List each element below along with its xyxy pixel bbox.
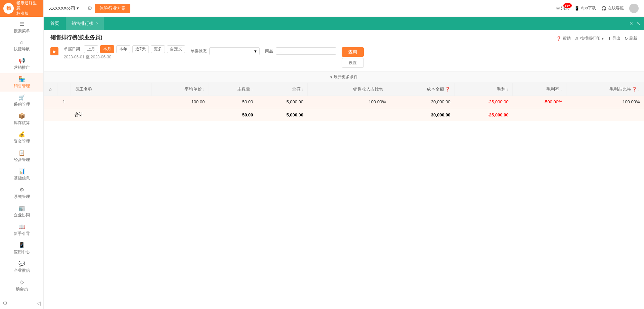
settings-button[interactable]: 设置 (342, 58, 364, 68)
date-btn-this-month[interactable]: 本月 (100, 45, 114, 53)
query-button[interactable]: 查询 (342, 47, 364, 57)
date-btn-custom[interactable]: 自定义 (167, 45, 185, 53)
sidebar-item-basic[interactable]: 📊 基础信息 (0, 165, 43, 184)
sidebar-footer: ⚙ ◁ (0, 297, 43, 309)
refresh-button[interactable]: ↻ 刷新 (625, 36, 637, 41)
tab-maximize-icon[interactable]: ⤡ (637, 21, 641, 26)
cell-gross-rate: -500.00% (513, 96, 566, 108)
col-cost: 成本全额 ❓ (390, 83, 455, 96)
printer-icon: 🖨 (575, 36, 579, 41)
sidebar-item-operation[interactable]: 📋 经营管理 (0, 147, 43, 165)
col-star: ☆ (44, 83, 57, 96)
print-button[interactable]: 🖨 按模板打印 ▾ (575, 36, 604, 41)
cell-index: 1 (57, 96, 71, 108)
cell-sales-pct: 100.00% (307, 96, 390, 108)
col-name: 员工名称 (71, 83, 152, 96)
marketing-icon: 📢 (18, 57, 25, 64)
refresh-icon: ↻ (625, 36, 628, 41)
sidebar-item-finance[interactable]: 💰 资金管理 (0, 128, 43, 147)
cell-qty: 50.00 (209, 96, 257, 108)
avatar[interactable] (629, 4, 639, 13)
col-gross-pct[interactable]: 毛利占比% ❓ (566, 83, 644, 96)
company-name: XXXXXX公司 (49, 5, 75, 11)
cell-name (71, 96, 152, 108)
expand-filters-button[interactable]: ▾ 展开更多条件 (330, 74, 358, 80)
operation-icon: 📋 (18, 150, 25, 156)
filter-collapse-button[interactable]: ▶ (50, 47, 58, 55)
sidebar-item-apps[interactable]: 📱 应用中心 (0, 239, 43, 258)
tab-home[interactable]: 首页 (44, 17, 66, 30)
col-amount[interactable]: 全额 (257, 83, 307, 96)
apps-icon: 📱 (18, 242, 25, 248)
tab-close-button[interactable]: × (96, 21, 98, 26)
sidebar: 畅 畅康通好生意 标准版 ☰ 搜索菜单 ⌂ 快捷导航 📢 营销推广 🏪 销售管理… (0, 0, 44, 309)
cost-help-icon[interactable]: ❓ (445, 87, 450, 92)
sidebar-item-system[interactable]: ⚙ 系统管理 (0, 184, 43, 202)
date-range-display: 2023-06-01 至 2023-06-30 (64, 54, 185, 60)
online-service-button[interactable]: 🎧 在线客服 (601, 5, 624, 11)
sidebar-item-wechat[interactable]: 💬 企业微信 (0, 258, 43, 276)
tab-sales-ranking[interactable]: 销售排行榜 × (66, 17, 104, 30)
sidebar-item-inventory[interactable]: 📦 库存核算 (0, 110, 43, 128)
system-icon: ⚙ (19, 187, 24, 193)
trial-button[interactable]: 体验行业方案 (95, 4, 130, 13)
col-index (57, 83, 71, 96)
main-area: XXXXXX公司 ▾ ⚙ 体验行业方案 ✉ 消息 99+ 📱 App下载 🎧 在… (44, 0, 644, 309)
footer-avg-price (152, 108, 209, 121)
home-icon: ⌂ (20, 39, 24, 45)
finance-icon: 💰 (18, 131, 25, 138)
page-title: 销售排行榜(按业务员) (50, 34, 102, 41)
goods-filter-label: 商品 (265, 48, 273, 54)
topbar: XXXXXX公司 ▾ ⚙ 体验行业方案 ✉ 消息 99+ 📱 App下载 🎧 在… (44, 0, 644, 17)
sidebar-item-quicknav[interactable]: ⌂ 快捷导航 (0, 37, 43, 55)
sidebar-item-sales[interactable]: 🏪 销售管理 (0, 73, 43, 92)
sidebar-item-enterprise[interactable]: 🏢 企业协同 (0, 202, 43, 221)
sidebar-item-member[interactable]: ◇ 畅会员 (0, 276, 43, 295)
export-button[interactable]: ⬇ 导出 (608, 36, 620, 41)
date-btn-this-year[interactable]: 本年 (116, 45, 130, 53)
goods-input[interactable]: ... (276, 47, 336, 55)
company-selector[interactable]: XXXXXX公司 ▾ (49, 5, 79, 11)
wechat-icon: 💬 (18, 260, 25, 267)
tab-close-window-icon[interactable]: ✕ (629, 21, 633, 26)
status-select[interactable]: ▾ (209, 47, 260, 55)
col-gross[interactable]: 毛利 (455, 83, 513, 96)
sidebar-item-marketing[interactable]: 📢 营销推广 (0, 55, 43, 73)
ranking-table: ☆ 员工名称 平均单价 主数量 全额 销售收入占比% 成本全额 ❓ 毛利 毛利率… (44, 83, 644, 121)
date-btn-7days[interactable]: 近7天 (132, 45, 149, 53)
date-filter-label: 单据日期 (64, 46, 80, 52)
settings-icon[interactable]: ⚙ (87, 5, 92, 11)
footer-cost: 30,000.00 (390, 108, 455, 121)
table-container: ☆ 员工名称 平均单价 主数量 全额 销售收入占比% 成本全额 ❓ 毛利 毛利率… (44, 83, 644, 309)
question-icon: ❓ (556, 36, 561, 41)
col-qty[interactable]: 主数量 (209, 83, 257, 96)
date-btn-more[interactable]: 更多 (151, 45, 165, 53)
basic-icon: 📊 (18, 168, 25, 174)
footer-star (44, 108, 57, 121)
sidebar-settings-button[interactable]: ⚙ (3, 300, 7, 306)
footer-gross-rate (513, 108, 566, 121)
sidebar-item-guide[interactable]: 📖 新手引导 (0, 221, 43, 239)
status-chevron-icon: ▾ (254, 49, 257, 54)
message-button[interactable]: ✉ 消息 99+ (556, 5, 569, 11)
footer-amount: 5,000.00 (257, 108, 307, 121)
col-gross-rate[interactable]: 毛利率 (513, 83, 566, 96)
topbar-separator (83, 5, 83, 12)
sidebar-item-purchase[interactable]: 🛒 采购管理 (0, 92, 43, 110)
help-button[interactable]: ❓ 帮助 (556, 36, 571, 41)
message-icon: ✉ (556, 6, 560, 11)
gross-pct-help-icon[interactable]: ❓ (632, 87, 637, 92)
export-icon: ⬇ (608, 36, 611, 41)
print-chevron-icon: ▾ (602, 36, 604, 41)
content: 销售排行榜(按业务员) ❓ 帮助 🖨 按模板打印 ▾ ⬇ 导出 (44, 30, 644, 309)
date-options: 上月 本月 本年 近7天 更多 自定义 (84, 45, 185, 53)
page-header: 销售排行榜(按业务员) ❓ 帮助 🖨 按模板打印 ▾ ⬇ 导出 (44, 30, 644, 83)
sidebar-item-search[interactable]: ☰ 搜索菜单 (0, 18, 43, 37)
purchase-icon: 🛒 (18, 94, 25, 101)
app-download-button[interactable]: 📱 App下载 (574, 5, 596, 11)
logo: 畅 畅康通好生意 标准版 (0, 0, 43, 17)
col-sales-pct[interactable]: 销售收入占比% (307, 83, 390, 96)
sidebar-collapse-button[interactable]: ◁ (37, 300, 41, 306)
col-avg-price[interactable]: 平均单价 (152, 83, 209, 96)
date-btn-last-month[interactable]: 上月 (84, 45, 98, 53)
